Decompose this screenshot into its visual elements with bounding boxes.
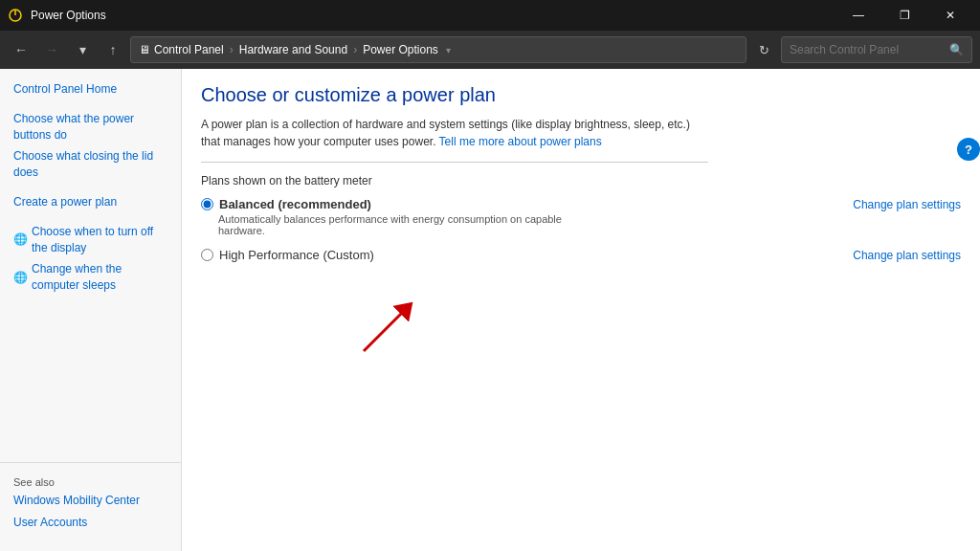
refresh-button[interactable]: ↻ — [750, 36, 777, 63]
arrow-annotation — [359, 298, 435, 356]
plan-radio-balanced[interactable] — [201, 198, 213, 210]
sidebar-item-create-plan[interactable]: Create a power plan — [8, 191, 173, 213]
sidebar-item-label: Create a power plan — [13, 194, 117, 210]
plan-change-link-high-performance[interactable]: Change plan settings — [853, 249, 961, 262]
breadcrumb-sep-2: › — [353, 43, 357, 56]
forward-button[interactable]: → — [38, 36, 65, 63]
content-wrapper: Choose or customize a power plan A power… — [182, 69, 980, 551]
learn-more-link[interactable]: Tell me more about power plans — [439, 135, 602, 148]
recent-button[interactable]: ▾ — [69, 36, 96, 63]
globe-icon-2: 🌐 — [13, 270, 28, 286]
plan-radio-row-balanced: Balanced (recommended) Change plan setti… — [201, 197, 961, 211]
breadcrumb-sep-1: › — [230, 43, 234, 56]
breadcrumb-control-panel[interactable]: Control Panel — [154, 43, 224, 56]
help-button[interactable]: ? — [957, 138, 980, 161]
sidebar-item-label: Windows Mobility Center — [13, 493, 140, 509]
content-area: Choose or customize a power plan A power… — [182, 69, 980, 289]
sidebar-item-label: Change when the computer sleeps — [32, 261, 167, 294]
search-input[interactable] — [790, 43, 944, 56]
plan-change-link-balanced[interactable]: Change plan settings — [853, 198, 961, 211]
plan-name-high-performance: High Performance (Custom) — [219, 248, 374, 262]
page-description: A power plan is a collection of hardware… — [201, 116, 699, 150]
main-container: Control Panel Home Choose what the power… — [0, 69, 980, 551]
app-icon — [8, 8, 23, 23]
back-button[interactable]: ← — [8, 36, 34, 63]
plan-left-balanced: Balanced (recommended) — [201, 197, 371, 211]
sidebar-item-closing-lid[interactable]: Choose what closing the lid does — [8, 145, 173, 184]
sidebar-item-label: Control Panel Home — [13, 81, 117, 98]
navbar: ← → ▾ ↑ 🖥 Control Panel › Hardware and S… — [0, 31, 980, 69]
see-also-label: See also — [8, 471, 173, 490]
plan-info-balanced: Balanced (recommended) — [219, 197, 371, 211]
page-title: Choose or customize a power plan — [201, 84, 961, 106]
plan-name-balanced: Balanced (recommended) — [219, 197, 371, 211]
window-controls: — ❐ ✕ — [836, 0, 972, 31]
sidebar-item-power-buttons[interactable]: Choose what the power buttons do — [8, 108, 173, 146]
sidebar-item-computer-sleeps[interactable]: 🌐 Change when the computer sleeps — [8, 258, 173, 297]
close-button[interactable]: ✕ — [928, 0, 972, 31]
window-title: Power Options — [31, 9, 836, 22]
address-dropdown-icon[interactable]: ▾ — [446, 45, 451, 55]
sidebar-item-label: Choose what closing the lid does — [13, 148, 167, 181]
sidebar-bottom: See also Windows Mobility Center User Ac… — [0, 462, 181, 541]
minimize-button[interactable]: — — [836, 0, 880, 31]
address-bar: 🖥 Control Panel › Hardware and Sound › P… — [130, 36, 746, 63]
sidebar: Control Panel Home Choose what the power… — [0, 69, 182, 551]
sidebar-item-label: Choose what the power buttons do — [13, 111, 167, 143]
plan-item-balanced: Balanced (recommended) Change plan setti… — [201, 197, 961, 236]
sidebar-item-label: Choose when to turn off the display — [32, 224, 167, 256]
plan-radio-row-high-performance: High Performance (Custom) Change plan se… — [201, 248, 961, 262]
sidebar-item-user-accounts[interactable]: User Accounts — [8, 512, 173, 534]
plan-info-high-performance: High Performance (Custom) — [219, 248, 374, 262]
plan-radio-high-performance[interactable] — [201, 249, 213, 261]
plan-desc-balanced: Automatically balances performance with … — [218, 213, 582, 236]
search-bar: 🔍 — [781, 36, 972, 63]
maximize-button[interactable]: ❐ — [882, 0, 926, 31]
sidebar-item-control-panel-home[interactable]: Control Panel Home — [8, 78, 173, 100]
sidebar-item-label: User Accounts — [13, 515, 87, 531]
breadcrumb-hardware-sound[interactable]: Hardware and Sound — [239, 43, 347, 56]
sidebar-item-turn-off-display[interactable]: 🌐 Choose when to turn off the display — [8, 221, 173, 259]
globe-icon-1: 🌐 — [13, 231, 28, 248]
breadcrumb-current: Power Options — [363, 43, 438, 56]
titlebar: Power Options — ❐ ✕ — [0, 0, 980, 31]
plans-label: Plans shown on the battery meter — [201, 174, 961, 187]
svg-line-3 — [364, 308, 407, 351]
sidebar-main: Control Panel Home Choose what the power… — [0, 78, 181, 454]
breadcrumb-icon: 🖥 — [139, 43, 150, 56]
plan-left-high-performance: High Performance (Custom) — [201, 248, 374, 262]
up-button[interactable]: ↑ — [100, 36, 126, 63]
divider — [201, 162, 708, 163]
plan-item-high-performance: High Performance (Custom) Change plan se… — [201, 248, 961, 262]
sidebar-item-windows-mobility[interactable]: Windows Mobility Center — [8, 490, 173, 512]
help-area: ? — [969, 69, 980, 80]
search-icon[interactable]: 🔍 — [949, 43, 964, 56]
